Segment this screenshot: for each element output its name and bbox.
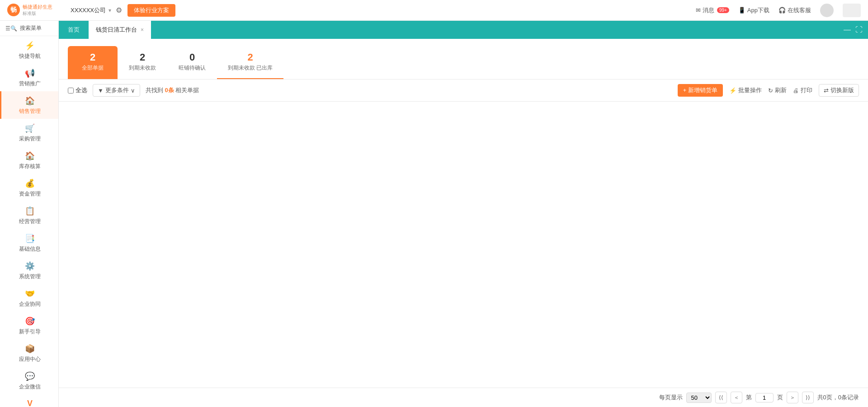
print-label: 打印 <box>801 86 812 94</box>
quick-nav-icon: ⚡ <box>25 41 35 51</box>
next-page-btn[interactable]: ＞ <box>787 392 798 403</box>
page-input[interactable] <box>755 393 774 402</box>
stat-number-pending: 0 <box>178 51 206 63</box>
stat-label-all: 全部单据 <box>79 64 107 72</box>
stat-card-pending[interactable]: 0 旺铺待确认 <box>167 46 217 79</box>
filter-button[interactable]: ▼ 更多条件 ∨ <box>93 84 140 97</box>
sidebar-item-guide[interactable]: 🎯 新手引导 <box>0 312 58 339</box>
switch-version-button[interactable]: ⇄ 切换新版 <box>819 84 859 97</box>
toolbar: 全选 ▼ 更多条件 ∨ 共找到 0条 相关单据 + 新增销货单 ⚡ 批量操 <box>59 80 868 102</box>
inventory-icon: 🏠 <box>25 151 35 161</box>
system-icon: ⚙️ <box>25 261 35 271</box>
last-page-btn[interactable]: ⟩⟩ <box>802 392 814 403</box>
main-layout: ☰🔍 搜索菜单 ⚡ 快捷导航 📢 营销推广 🏠 销售管理 🛒 采购管理 🏠 库存… <box>0 21 868 407</box>
sidebar-item-vip[interactable]: V 畅会员 <box>0 394 58 407</box>
app-name: 畅捷通好生意 <box>23 4 52 10</box>
stats-section: 2 全部单据 2 到期未收款 0 旺铺待确认 2 到期未收款 已出库 <box>59 39 868 80</box>
app-center-icon: 📦 <box>25 344 35 354</box>
trial-button[interactable]: 体验行业方案 <box>127 4 175 17</box>
print-icon: 🖨 <box>793 87 799 94</box>
company-selector[interactable]: XXXXXX公司 ▾ <box>71 6 111 14</box>
service-icon: 🎧 <box>778 7 786 14</box>
add-sale-order-button[interactable]: + 新增销货单 <box>678 84 723 97</box>
maximize-icon[interactable]: ⛶ <box>855 26 863 34</box>
sidebar-item-wechat[interactable]: 💬 企业微信 <box>0 367 58 394</box>
batch-operation-btn[interactable]: ⚡ 批量操作 <box>729 86 762 94</box>
message-btn[interactable]: ✉ 消息 99+ <box>696 6 729 14</box>
guide-icon: 🎯 <box>25 316 35 326</box>
print-btn[interactable]: 🖨 打印 <box>793 86 812 94</box>
sidebar-label-app-center: 应用中心 <box>19 356 41 363</box>
tab-home[interactable]: 首页 <box>59 21 89 39</box>
tab-bar: 首页 钱货日清工作台 × — ⛶ <box>59 21 868 39</box>
download-icon: 📱 <box>738 7 745 14</box>
message-label: 消息 <box>703 6 714 14</box>
sidebar-label-sales: 销售管理 <box>19 108 41 115</box>
gear-icon[interactable]: ⚙ <box>116 6 122 14</box>
user-info[interactable] <box>843 4 861 17</box>
tab-home-label: 首页 <box>68 26 80 34</box>
stat-number-overdue-shipped: 2 <box>228 51 273 63</box>
select-all-checkbox[interactable]: 全选 <box>68 86 87 94</box>
sidebar-item-app-center[interactable]: 📦 应用中心 <box>0 339 58 367</box>
search-menu-label: 搜索菜单 <box>20 24 42 32</box>
tab-close-icon[interactable]: × <box>141 27 144 33</box>
stat-card-overdue-shipped[interactable]: 2 到期未收款 已出库 <box>217 46 283 79</box>
marketing-icon: 📢 <box>25 68 35 78</box>
sidebar-item-marketing[interactable]: 📢 营销推广 <box>0 64 58 91</box>
search-menu-btn[interactable]: ☰🔍 搜索菜单 <box>0 21 58 36</box>
found-text: 共找到 0条 相关单据 <box>146 86 199 94</box>
chevron-down-icon: ▾ <box>108 7 111 14</box>
content-area: 首页 钱货日清工作台 × — ⛶ 2 全部单据 <box>59 21 868 407</box>
company-name: XXXXXX公司 <box>71 6 106 14</box>
sidebar-item-sales[interactable]: 🏠 销售管理 <box>0 91 58 119</box>
sidebar-item-basic-info[interactable]: 📑 基础信息 <box>0 229 58 257</box>
stat-card-all[interactable]: 2 全部单据 <box>68 46 118 79</box>
pagination-bar: 每页显示 50 100 200 ⟨⟨ ＜ 第 页 ＞ ⟩⟩ 共0页，0条记录 <box>59 388 868 407</box>
vip-icon: V <box>27 399 33 407</box>
app-download-btn[interactable]: 📱 App下载 <box>738 6 769 14</box>
stat-number-all: 2 <box>79 51 107 63</box>
avatar[interactable] <box>820 4 834 17</box>
sidebar-item-system[interactable]: ⚙️ 系统管理 <box>0 257 58 284</box>
tab-bar-actions: — ⛶ <box>844 26 868 34</box>
online-service-btn[interactable]: 🎧 在线客服 <box>778 6 811 14</box>
sidebar-item-cooperation[interactable]: 🤝 企业协同 <box>0 284 58 312</box>
sidebar-item-finance[interactable]: 💰 资金管理 <box>0 174 58 201</box>
stat-card-overdue[interactable]: 2 到期未收款 <box>118 46 167 79</box>
sidebar-label-cooperation: 企业协同 <box>19 300 41 308</box>
stat-number-overdue: 2 <box>128 51 156 63</box>
refresh-icon: ↻ <box>768 87 773 94</box>
per-page-select[interactable]: 50 100 200 <box>686 393 712 403</box>
search-icon: ☰🔍 <box>5 25 17 32</box>
stat-label-overdue-shipped: 到期未收款 已出库 <box>228 64 273 72</box>
filter-icon: ▼ <box>98 87 104 94</box>
sidebar-label-basic-info: 基础信息 <box>19 245 41 253</box>
logo-icon: 畅 <box>7 4 20 16</box>
batch-label: 批量操作 <box>738 86 762 94</box>
sidebar-item-inventory[interactable]: 🏠 库存核算 <box>0 146 58 174</box>
minimize-icon[interactable]: — <box>844 26 851 34</box>
found-prefix: 共找到 <box>146 87 163 94</box>
operations-icon: 📋 <box>25 206 35 216</box>
sidebar: ☰🔍 搜索菜单 ⚡ 快捷导航 📢 营销推广 🏠 销售管理 🛒 采购管理 🏠 库存… <box>0 21 59 407</box>
app-tag: 标准版 <box>23 10 52 17</box>
tab-current[interactable]: 钱货日清工作台 × <box>89 21 151 39</box>
sidebar-item-purchase[interactable]: 🛒 采购管理 <box>0 119 58 146</box>
top-header: 畅 畅捷通好生意 标准版 XXXXXX公司 ▾ ⚙ 体验行业方案 ✉ 消息 99… <box>0 0 868 21</box>
sales-icon: 🏠 <box>25 96 35 106</box>
found-count: 0条 <box>165 87 174 94</box>
refresh-btn[interactable]: ↻ 刷新 <box>768 86 787 94</box>
stats-cards: 2 全部单据 2 到期未收款 0 旺铺待确认 2 到期未收款 已出库 <box>68 46 859 79</box>
sidebar-item-quick-nav[interactable]: ⚡ 快捷导航 <box>0 36 58 64</box>
message-badge: 99+ <box>717 7 729 13</box>
select-all-input[interactable] <box>68 88 74 94</box>
total-label: 共0页，0条记录 <box>817 393 859 402</box>
sidebar-label-quick-nav: 快捷导航 <box>19 52 41 60</box>
toolbar-right: + 新增销货单 ⚡ 批量操作 ↻ 刷新 🖨 打印 ⇄ <box>678 84 859 97</box>
logo-area: 畅 畅捷通好生意 标准版 <box>7 4 66 16</box>
sidebar-item-operations[interactable]: 📋 经营管理 <box>0 201 58 229</box>
page-suffix: 页 <box>777 393 783 402</box>
first-page-btn[interactable]: ⟨⟨ <box>715 392 727 403</box>
prev-page-btn[interactable]: ＜ <box>731 392 742 403</box>
